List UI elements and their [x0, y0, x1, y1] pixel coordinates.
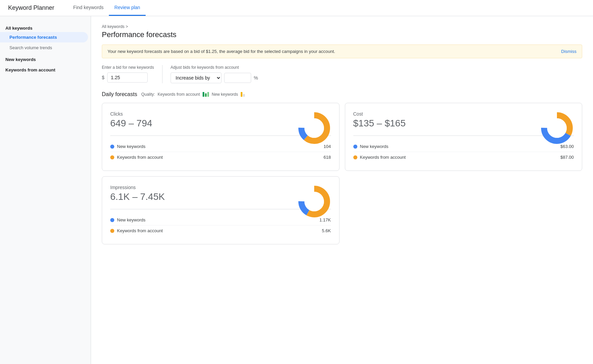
cost-new-left: New keywords	[353, 144, 389, 149]
bid-new-label: Enter a bid for new keywords	[102, 65, 154, 70]
bid-section-account: Adjust bids for keywords from account In…	[162, 65, 266, 83]
impressions-account-dot	[110, 229, 114, 233]
app-title: Keyword Planner	[8, 4, 54, 11]
breadcrumb-separator: >	[126, 24, 128, 29]
breadcrumb: All keywords >	[102, 24, 582, 29]
sidebar-section-new-keywords[interactable]: New keywords	[0, 53, 91, 63]
cost-account-left: Keywords from account	[353, 155, 406, 160]
bid-section-new-keywords: Enter a bid for new keywords $	[102, 65, 162, 83]
impressions-new-label: New keywords	[117, 217, 146, 222]
clicks-donut	[297, 111, 331, 146]
clicks-card: Clicks 649 – 794 New keyw	[102, 103, 339, 171]
quality-label: Quality:	[141, 92, 155, 97]
bottom-cards-grid: Impressions 6.1K – 7.45K	[102, 176, 582, 244]
quality-legend: Quality: Keywords from account New keywo…	[141, 92, 245, 97]
svg-point-8	[304, 192, 324, 211]
bid-account-label: Adjust bids for keywords from account	[171, 65, 258, 70]
cost-donut-svg	[540, 111, 574, 145]
sidebar-item-performance-forecasts[interactable]: Performance forecasts	[0, 32, 88, 42]
cost-card: Cost $135 – $165 New keyw	[345, 103, 583, 171]
cost-account-label: Keywords from account	[360, 155, 406, 160]
account-bar-2	[205, 93, 207, 97]
impressions-new-left: New keywords	[110, 217, 146, 222]
clicks-account-dot	[110, 155, 114, 159]
account-bar-3	[207, 92, 209, 97]
section-title: Daily forecasts	[102, 91, 137, 97]
bid-amount-input[interactable]	[107, 72, 148, 83]
account-bar-1	[203, 92, 204, 97]
clicks-account-value: 618	[324, 155, 331, 160]
cost-account-dot	[353, 155, 357, 159]
alert-banner: Your new keyword forecasts are based on …	[102, 44, 582, 58]
cost-new-label: New keywords	[360, 144, 389, 149]
impressions-row-account: Keywords from account 5.6K	[110, 225, 331, 236]
impressions-donut-svg	[297, 185, 331, 218]
clicks-donut-svg	[297, 111, 331, 145]
cost-donut	[540, 111, 574, 146]
page-title: Performance forecasts	[102, 30, 582, 39]
impressions-account-label: Keywords from account	[117, 228, 163, 233]
sidebar-item-search-volume-trends[interactable]: Search volume trends	[0, 42, 91, 53]
cost-row-account: Keywords from account $87.00	[353, 152, 574, 162]
section-header: Daily forecasts Quality: Keywords from a…	[102, 91, 582, 97]
impressions-donut	[297, 185, 331, 219]
svg-point-2	[304, 118, 324, 138]
sidebar-section-keywords-from-account[interactable]: Keywords from account	[0, 63, 91, 74]
impressions-account-left: Keywords from account	[110, 228, 163, 233]
clicks-account-left: Keywords from account	[110, 155, 163, 160]
cost-account-value: $87.00	[560, 155, 574, 160]
new-bar-2	[243, 94, 245, 97]
bid-input-row: $	[102, 72, 154, 83]
impressions-card: Impressions 6.1K – 7.45K	[102, 176, 339, 244]
bid-adjust-row: Increase bids by Decrease bids by Set bi…	[171, 72, 258, 83]
cost-new-dot	[353, 145, 357, 149]
nav-tabs: Find keywords Review plan	[68, 0, 146, 16]
new-legend-bars	[241, 92, 245, 97]
tab-find-keywords[interactable]: Find keywords	[68, 0, 109, 16]
clicks-new-left: New keywords	[110, 144, 146, 149]
keywords-from-account-legend-label: Keywords from account	[158, 92, 200, 97]
svg-point-5	[547, 118, 567, 138]
impressions-account-value: 5.6K	[322, 228, 331, 233]
layout: All keywords Performance forecasts Searc…	[0, 16, 593, 364]
percent-suffix: %	[254, 75, 258, 81]
bid-controls: Enter a bid for new keywords $ Adjust bi…	[102, 65, 582, 83]
clicks-row-account: Keywords from account 618	[110, 152, 331, 162]
main-content: All keywords > Performance forecasts You…	[91, 16, 593, 364]
clicks-new-label: New keywords	[117, 144, 146, 149]
new-keywords-legend-label: New keywords	[212, 92, 238, 97]
new-bar-1	[241, 92, 242, 97]
clicks-new-dot	[110, 145, 114, 149]
tab-review-plan[interactable]: Review plan	[109, 0, 145, 16]
empty-column	[345, 176, 583, 244]
clicks-account-label: Keywords from account	[117, 155, 163, 160]
currency-symbol: $	[102, 75, 105, 80]
top-cards-grid: Clicks 649 – 794 New keyw	[102, 103, 582, 171]
dismiss-button[interactable]: Dismiss	[561, 49, 577, 54]
breadcrumb-parent[interactable]: All keywords	[102, 24, 124, 29]
bid-adjust-select[interactable]: Increase bids by Decrease bids by Set bi…	[171, 72, 221, 83]
account-legend-bars	[203, 92, 209, 97]
alert-message: Your new keyword forecasts are based on …	[108, 49, 335, 54]
bid-percent-input[interactable]	[224, 73, 251, 83]
sidebar-section-all-keywords[interactable]: All keywords	[0, 22, 91, 32]
sidebar: All keywords Performance forecasts Searc…	[0, 16, 91, 364]
top-nav: Keyword Planner Find keywords Review pla…	[0, 0, 593, 16]
impressions-new-dot	[110, 218, 114, 222]
